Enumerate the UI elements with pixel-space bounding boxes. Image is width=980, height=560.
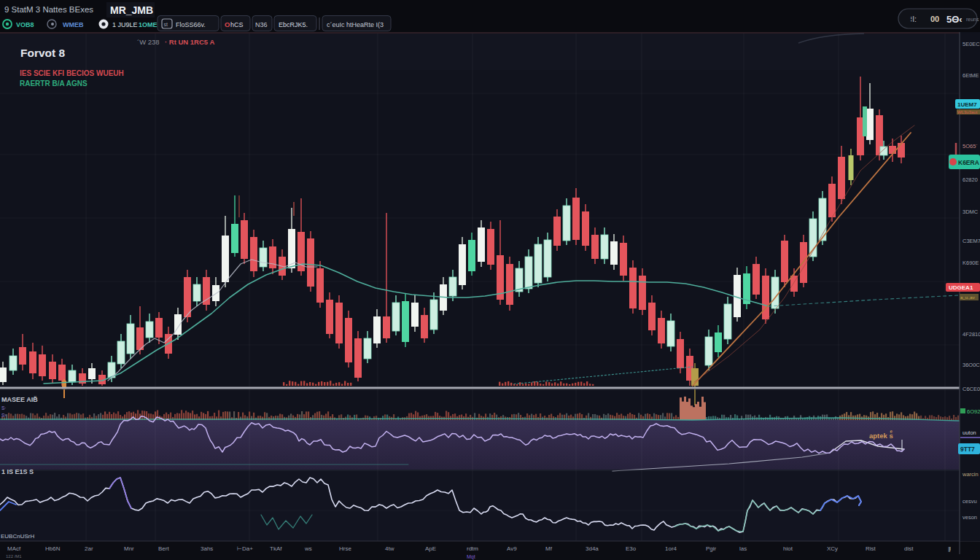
svg-text:122 /M1: 122 /M1 (6, 554, 22, 559)
svg-text:K6ERA: K6ERA (958, 159, 979, 166)
svg-text:1OME: 1OME (139, 21, 158, 28)
svg-text:· Rt UN 1RC5 A: · Rt UN 1RC5 A (165, 38, 214, 46)
svg-text:st: st (164, 22, 168, 27)
svg-text:6EtME: 6EtME (962, 72, 979, 79)
svg-text:c´euIc htHeaRte I(3: c´euIc htHeaRte I(3 (327, 21, 384, 28)
svg-text:hCS: hCS (230, 21, 244, 28)
svg-text:Mqt: Mqt (467, 554, 475, 560)
svg-text:4tw: 4tw (385, 545, 394, 552)
svg-text:rdtm: rdtm (467, 545, 478, 552)
svg-text:Forvot 8: Forvot 8 (20, 47, 66, 59)
svg-text:Bert: Bert (158, 545, 169, 552)
svg-text:4F2810: 4F2810 (962, 331, 980, 338)
svg-text:las: las (739, 545, 747, 552)
svg-text:Hrse: Hrse (339, 545, 351, 552)
svg-text:FloSS66v.: FloSS66v. (176, 21, 206, 28)
svg-text:5E0EC: 5E0EC (962, 41, 980, 47)
svg-text:O: O (225, 20, 230, 28)
svg-text:S·: S· (1, 405, 7, 411)
svg-text:3ahs: 3ahs (201, 545, 213, 552)
svg-text:TkAf: TkAf (270, 545, 282, 552)
svg-text:C6CE0: C6CE0 (962, 386, 980, 392)
svg-text:I: I (949, 545, 951, 552)
svg-text:veson: veson (962, 514, 977, 521)
svg-text:cesvu: cesvu (962, 498, 977, 505)
svg-text:MR_JMB: MR_JMB (110, 4, 153, 16)
svg-text:WL3u3aut: WL3u3aut (957, 110, 978, 114)
svg-text:MAcf: MAcf (7, 545, 21, 552)
svg-text:hiot: hiot (783, 545, 793, 552)
svg-text:EbcRJK5.: EbcRJK5. (279, 21, 308, 28)
svg-text:3DMC: 3DMC (962, 209, 979, 215)
svg-text:a_u.,av: a_u.,av (960, 295, 975, 300)
svg-text:´W 238: ´W 238 (137, 38, 160, 46)
svg-text:K690E: K690E (962, 260, 979, 266)
svg-text:UDGEA1: UDGEA1 (949, 284, 973, 291)
svg-text:⊢Da+: ⊢Da+ (237, 545, 253, 552)
svg-text:IES SCIE KFI BECIOS WUEUH: IES SCIE KFI BECIOS WUEUH (20, 69, 124, 77)
svg-text:dist: dist (904, 545, 914, 552)
svg-text:1or4: 1or4 (665, 545, 677, 552)
svg-text:36O0C: 36O0C (962, 362, 980, 368)
svg-text:C3EM7: C3EM7 (962, 238, 980, 244)
svg-text:S›: S› (1, 413, 7, 418)
svg-text:62820: 62820 (962, 176, 978, 183)
svg-text:N36: N36 (255, 21, 268, 28)
svg-text:3d4a: 3d4a (586, 545, 599, 552)
svg-text:⁝l:: ⁝l: (910, 15, 917, 23)
svg-text:6O92: 6O92 (967, 408, 980, 415)
svg-text:Rist: Rist (866, 545, 876, 552)
svg-text:RAERTR B/A AGNS: RAERTR B/A AGNS (20, 79, 88, 88)
svg-text:reuns: reuns (966, 17, 979, 22)
svg-text:Hb6N: Hb6N (45, 545, 61, 552)
svg-text:1UEM7: 1UEM7 (957, 101, 977, 108)
svg-text:E3o: E3o (626, 545, 637, 552)
svg-text:VOB8: VOB8 (16, 21, 34, 28)
svg-text:9TT7: 9TT7 (960, 446, 975, 453)
svg-text:Av9: Av9 (507, 545, 517, 552)
svg-text:Mf: Mf (545, 545, 553, 552)
svg-text:5O65`: 5O65` (962, 143, 978, 149)
svg-text:5Θ‹: 5Θ‹ (946, 14, 962, 25)
svg-text:2ar: 2ar (85, 545, 93, 552)
svg-text:9 StatM 3 Nattes BExes: 9 StatM 3 Nattes BExes (4, 5, 93, 14)
svg-text:00: 00 (930, 15, 939, 23)
svg-text:XCy: XCy (827, 545, 838, 552)
svg-text:aptek sͤ: aptek sͤ (869, 430, 893, 440)
svg-text:ApE: ApE (425, 545, 436, 552)
svg-text:1 JU9LE: 1 JU9LE (112, 21, 138, 28)
svg-text:WMEB: WMEB (63, 21, 84, 28)
svg-text:EUBCnUSrH: EUBCnUSrH (1, 533, 34, 540)
svg-text:warcin: warcin (962, 471, 979, 478)
svg-text:uuton: uuton (962, 429, 976, 436)
svg-text:ws: ws (304, 545, 312, 552)
svg-text:MASEE AIB̆: MASEE AIB̆ (1, 396, 38, 403)
svg-text:Pgir: Pgir (706, 545, 717, 552)
svg-text:1 IS E1S S: 1 IS E1S S (1, 468, 34, 475)
svg-text:Mnr: Mnr (124, 545, 134, 552)
